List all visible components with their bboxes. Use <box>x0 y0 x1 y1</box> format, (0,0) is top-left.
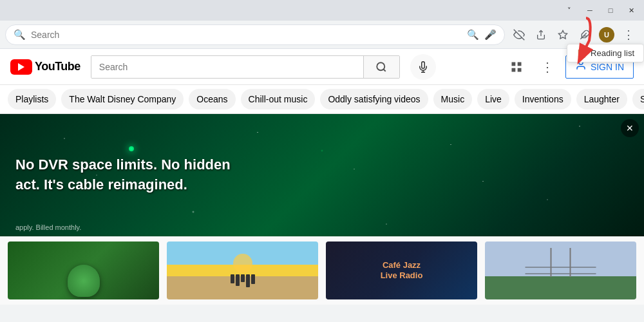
more-options-button[interactable]: ⋮ <box>618 24 639 45</box>
main-content: No DVR space limits. No hidden act. It's… <box>0 114 644 322</box>
toolbar-right: U ⋮ <box>509 24 639 45</box>
reading-list-label: Reading list <box>591 48 634 58</box>
chip-oddly[interactable]: Oddly satisfying videos <box>320 89 428 109</box>
chip-music[interactable]: Music <box>433 89 473 109</box>
chip-playlists[interactable]: Playlists <box>8 89 56 109</box>
chip-live[interactable]: Live <box>477 89 509 109</box>
thumbnail-card-1[interactable] <box>8 242 159 299</box>
close-button[interactable]: ✕ <box>622 3 640 17</box>
chip-chillout[interactable]: Chill-out music <box>241 89 316 109</box>
youtube-grid-button[interactable] <box>504 54 529 80</box>
ad-text-block: No DVR space limits. No hidden act. It's… <box>0 142 246 208</box>
cafe-jazz-text: Café JazzLive Radio <box>381 260 423 280</box>
svg-rect-11 <box>518 62 522 66</box>
search-icon: 🔍 <box>14 29 26 41</box>
chip-laughter[interactable]: Laughter <box>576 89 627 109</box>
chip-inventions[interactable]: Inventions <box>515 89 571 109</box>
reading-list-panel: 📋 Reading list <box>567 44 644 62</box>
user-avatar-button[interactable]: U <box>596 24 617 45</box>
youtube-header: YouTube <box>0 49 644 85</box>
eye-slash-icon-button[interactable] <box>509 24 529 45</box>
chip-oceans[interactable]: Oceans <box>189 89 235 109</box>
thumbnail-card-3[interactable]: Café JazzLive Radio <box>326 242 477 299</box>
ad-close-button[interactable]: ✕ <box>621 119 639 137</box>
puzzle-extension-button[interactable] <box>574 24 595 45</box>
chip-disney[interactable]: The Walt Disney Company <box>61 89 184 109</box>
svg-rect-13 <box>518 68 522 71</box>
minimize-button2[interactable]: ─ <box>581 3 599 17</box>
search-submit-icon[interactable]: 🔍 <box>467 29 479 41</box>
thumbnail-card-4[interactable] <box>485 242 636 299</box>
youtube-more-button[interactable]: ⋮ <box>535 54 560 80</box>
browser-toolbar: 🔍 🔍 🎤 <box>0 21 644 49</box>
youtube-search-button[interactable] <box>363 56 399 78</box>
thumbnail-card-2[interactable] <box>167 242 318 299</box>
search-input[interactable] <box>31 30 462 40</box>
youtube-logo-text: YouTube <box>35 60 80 73</box>
chip-sitcoms[interactable]: Sitcoms <box>632 89 644 109</box>
svg-point-6 <box>377 62 385 70</box>
svg-marker-2 <box>558 30 567 39</box>
youtube-search-bar <box>91 55 400 79</box>
share-icon-button[interactable] <box>531 24 551 45</box>
thumbnail-image-3: Café JazzLive Radio <box>326 242 477 299</box>
ad-banner: No DVR space limits. No hidden act. It's… <box>0 114 644 236</box>
svg-rect-10 <box>511 62 515 66</box>
svg-line-7 <box>384 69 386 71</box>
reading-list-icon: 📋 <box>576 48 587 58</box>
bookmark-star-button[interactable] <box>553 24 573 45</box>
page-wrapper: ˅ ─ □ ✕ 🔍 🔍 🎤 <box>0 0 644 322</box>
minimize-button[interactable]: ˅ <box>560 3 578 17</box>
address-bar[interactable]: 🔍 🔍 🎤 <box>5 24 505 45</box>
ad-disclaimer: apply. Billed monthly. <box>15 223 81 231</box>
ad-headline: No DVR space limits. No hidden act. It's… <box>15 155 231 195</box>
youtube-logo-icon <box>10 59 32 75</box>
titlebar: ˅ ─ □ ✕ <box>0 0 644 21</box>
youtube-logo[interactable]: YouTube <box>10 59 80 75</box>
thumbnail-image-2 <box>167 242 318 299</box>
thumbnail-image-4 <box>485 242 636 299</box>
maximize-button[interactable]: □ <box>601 3 620 17</box>
sign-in-label: SIGN IN <box>591 62 624 72</box>
mic-icon[interactable]: 🎤 <box>484 29 497 41</box>
chips-row: Playlists The Walt Disney Company Oceans… <box>0 85 644 114</box>
svg-rect-12 <box>511 68 515 71</box>
youtube-mic-button[interactable] <box>410 54 436 80</box>
thumbnail-image-1 <box>8 242 159 299</box>
thumbnails-row: Café JazzLive Radio <box>0 236 644 305</box>
youtube-search-input[interactable] <box>91 56 363 78</box>
